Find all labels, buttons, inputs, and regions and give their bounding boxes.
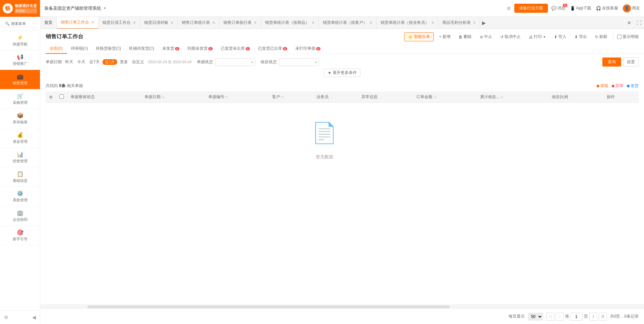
th-date[interactable]: 单据日期 ⇅	[141, 91, 205, 103]
per-page-label: 每页显示	[509, 314, 525, 319]
date-custom-button[interactable]: 自定义	[131, 58, 145, 66]
last-page-button[interactable]: ⟩⟩	[599, 313, 607, 321]
show-detail-label[interactable]: 显示明细	[617, 34, 639, 40]
stop-button[interactable]: ⊘ 中止	[477, 33, 495, 41]
collapse-button[interactable]: ◀	[32, 314, 37, 321]
sidebar-item-marketing[interactable]: 📢 营销推广	[0, 50, 40, 70]
tab-sales-order-exec[interactable]: 销售订单执行表 ✕	[219, 17, 261, 29]
filter-tab-pending-review[interactable]: 待审核(0)	[67, 44, 92, 54]
tab-sales-workbench[interactable]: 销售订单工作台 ✕	[57, 17, 98, 29]
search-menu-button[interactable]: 🔍 搜索菜单	[3, 19, 37, 28]
online-service-button[interactable]: 🎧 在线客服	[596, 5, 618, 11]
smart-create-button[interactable]: ⭐ 智能生单	[404, 32, 434, 41]
filter-tab-all[interactable]: 全部(0)	[46, 44, 67, 54]
tab-close-icon[interactable]: ✕	[312, 21, 314, 25]
query-button[interactable]: 查询	[602, 57, 621, 67]
date-more-button[interactable]: 更多	[119, 58, 129, 66]
filter-tab-not-printed[interactable]: 未打印单据0	[291, 44, 325, 54]
print-button[interactable]: 🖨 打印 ▼	[526, 33, 549, 41]
sidebar-item-finance[interactable]: 💰 资金管理	[0, 128, 40, 148]
th-number[interactable]: 单据编号 ⇅	[205, 91, 269, 103]
tab-close-icon[interactable]: ✕	[473, 21, 476, 25]
tab-cash-reconcile[interactable]: 钱货日清对账 ✕	[140, 17, 178, 29]
table-body: 📄 暂无数据	[46, 103, 639, 180]
ship-action-button[interactable]: 发货	[627, 83, 639, 89]
summary-text: 共找到 0条 相关单据	[46, 83, 83, 89]
tab-sales-stats-staff[interactable]: 销货单统计表（按业务员） ✕	[377, 17, 438, 29]
select-all-checkbox[interactable]	[59, 94, 64, 99]
page-number-input[interactable]	[570, 313, 583, 321]
filter-tab-shipped-out[interactable]: 已发货已出库0	[254, 44, 291, 54]
sidebar-item-enterprise[interactable]: 🏢 企业协同	[0, 206, 40, 226]
tab-cash-daily[interactable]: 钱货日清工作台 ✕	[98, 17, 140, 29]
sidebar-item-inventory[interactable]: 📦 库存核算	[0, 109, 40, 128]
tab-sales-order-stats[interactable]: 销售订单统计表 ✕	[178, 17, 219, 29]
topbar: 装备及固定资产辅助管理系统 ▼ ⚙ 体验行业方案 💬 消息 6 📱 App下载 …	[40, 0, 644, 17]
sidebar-item-system[interactable]: ⚙️ 系统管理	[0, 187, 40, 206]
tab-fullscreen-button[interactable]: ⛶	[634, 17, 644, 29]
filter-setting-button[interactable]: 设置	[623, 57, 639, 67]
scrollbar-track[interactable]	[87, 306, 449, 308]
tab-close-icon[interactable]: ✕	[212, 21, 215, 25]
add-button[interactable]: + 新增	[436, 33, 453, 41]
delete-button[interactable]: 🗑 删除	[456, 33, 474, 41]
th-amount[interactable]: 订单金额 ⇅	[413, 91, 477, 103]
date-1month-button[interactable]: 近1月	[102, 59, 117, 65]
sidebar-item-quick-nav[interactable]: ⚡ 快捷导航	[0, 31, 40, 50]
sidebar-item-operation[interactable]: 📊 经营管理	[0, 148, 40, 167]
first-page-button[interactable]: ⟨⟨	[546, 313, 554, 321]
per-page-select[interactable]: 50	[528, 313, 543, 320]
prev-page-button[interactable]: ⟨	[556, 313, 564, 321]
date-yesterday-button[interactable]: 昨天	[64, 58, 75, 66]
status-select[interactable]	[215, 58, 255, 66]
settings-button[interactable]: ⚙	[3, 314, 9, 321]
industry-button[interactable]: 体验行业方案	[514, 4, 548, 13]
tab-close-icon[interactable]: ✕	[370, 21, 372, 25]
sidebar-item-basic-info[interactable]: 📋 基础信息	[0, 167, 40, 187]
import-button[interactable]: ⬆ 导入	[551, 33, 569, 41]
tab-close-icon[interactable]: ✕	[431, 21, 434, 25]
basic-info-icon: 📋	[17, 171, 24, 177]
refresh-button[interactable]: ↻ 刷新	[592, 33, 610, 41]
abort-action-button[interactable]: 弃审	[612, 83, 624, 89]
purchase-icon: 🛒	[17, 93, 24, 99]
expand-filters-button[interactable]: ▼ 展开更多条件	[324, 69, 360, 77]
date-7days-button[interactable]: 近7天	[88, 58, 101, 66]
filter-tab-shipped-not-out[interactable]: 已发货未出库0	[217, 44, 254, 54]
filter-tab-not-shipped[interactable]: 未发货0	[158, 44, 183, 54]
filter-tab-overdue-ship[interactable]: 到期未发货0	[183, 44, 217, 54]
tab-close-icon[interactable]: ✕	[254, 21, 257, 25]
print-dropdown-icon: ▼	[543, 35, 546, 39]
tab-home[interactable]: 首页	[40, 17, 57, 29]
tab-sales-stats-product[interactable]: 销货单统计表（按商品） ✕	[261, 17, 319, 29]
filter-tab-wangpu-ship[interactable]: 旺铺待发货(0)	[125, 44, 158, 54]
horizontal-scrollbar[interactable]	[40, 305, 644, 309]
export-button[interactable]: ⬇ 导出	[572, 33, 590, 41]
th-exception[interactable]: 异常信息	[358, 91, 413, 103]
th-collected[interactable]: 累计收款... ⇅	[477, 91, 549, 103]
tab-sales-stats-customer[interactable]: 销货单统计表（按客户） ✕	[319, 17, 377, 29]
tab-close-icon[interactable]: ✕	[171, 21, 173, 25]
th-customer[interactable]: 客户 ⇅	[269, 91, 313, 103]
show-detail-checkbox[interactable]	[617, 35, 621, 39]
payment-select[interactable]	[279, 58, 319, 66]
next-page-button[interactable]: ⟩	[589, 313, 597, 321]
sidebar-item-sales[interactable]: 💼 销售管理	[0, 70, 40, 89]
message-button[interactable]: 💬 消息 6	[551, 5, 565, 11]
column-settings-icon[interactable]: ⚙	[49, 95, 53, 99]
sidebar-item-guide[interactable]: 🎯 新手引导	[0, 226, 40, 245]
date-today-button[interactable]: 今天	[76, 58, 87, 66]
app-download-button[interactable]: 📱 App下载	[570, 5, 591, 11]
tab-gross-margin[interactable]: 商品毛利分析表 ✕	[438, 17, 480, 29]
tab-close-icon[interactable]: ✕	[91, 21, 94, 24]
user-menu-button[interactable]: 👤 用友	[623, 4, 640, 12]
review-action-button[interactable]: 审核	[597, 83, 608, 89]
filter-tab-pending-inspect[interactable]: 待拣货验货(0)	[92, 44, 125, 54]
tab-close-icon[interactable]: ✕	[133, 21, 136, 25]
th-staff[interactable]: 业务员	[313, 91, 358, 103]
topbar-settings-icon[interactable]: ⚙	[507, 6, 511, 11]
sidebar-item-purchase[interactable]: 🛒 采购管理	[0, 89, 40, 109]
cancel-stop-button[interactable]: ↺ 取消中止	[498, 33, 523, 41]
tab-close-all-button[interactable]: ✕	[625, 17, 634, 29]
tab-scroll-right-button[interactable]: ▶	[480, 17, 488, 29]
